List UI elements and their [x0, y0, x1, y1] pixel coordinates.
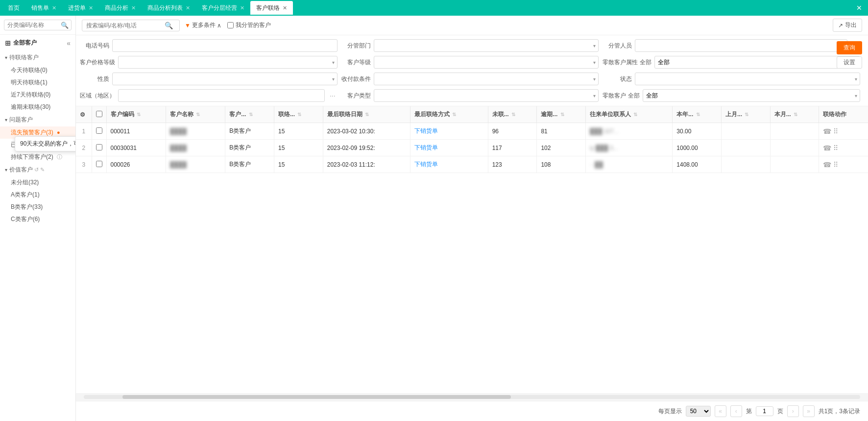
col-this-year[interactable]: 本年... ⇅: [673, 106, 722, 123]
action-icon-3-chat[interactable]: ☎: [823, 161, 831, 169]
filter-nature: 性质 ▾: [80, 73, 338, 85]
filter-dept-select[interactable]: [374, 39, 599, 52]
filter-customer-type: 客户类型 ▾: [341, 89, 599, 102]
horizontal-scrollbar[interactable]: [76, 393, 868, 401]
action-icon-2-more[interactable]: ⠿: [833, 144, 838, 152]
action-icon-1-more[interactable]: ⠿: [833, 127, 838, 135]
row-1-this-year: 30.00: [673, 123, 722, 140]
sidebar-item-class-a[interactable]: A类客户(1): [0, 189, 75, 201]
col-settings[interactable]: ⚙: [76, 106, 92, 123]
row-2-last-type[interactable]: 下销货单: [410, 140, 488, 156]
col-last-type[interactable]: 最后联络方式 ⇅: [410, 106, 488, 123]
prev-page-btn[interactable]: ‹: [730, 405, 742, 417]
sidebar-item-class-c[interactable]: C类客户(6): [0, 213, 75, 225]
sidebar-item-ungroup[interactable]: 未分组(32): [0, 176, 75, 189]
edit-icon[interactable]: ✎: [40, 167, 45, 173]
page-suffix: 页: [777, 407, 783, 416]
sort-icon-last-month: ⇅: [745, 112, 748, 117]
sidebar-item-today[interactable]: 今天待联络(0): [0, 64, 75, 76]
export-button[interactable]: ↗ 导出: [833, 19, 862, 32]
sidebar-item-declining[interactable]: 持续下滑客户(2) ⓘ: [0, 151, 75, 163]
settings-button[interactable]: 设置: [837, 56, 862, 69]
row-3-last-type[interactable]: 下销货单: [410, 156, 488, 173]
tab-close-customer-contact[interactable]: ✕: [283, 5, 287, 11]
filter-retail-attr-select[interactable]: 全部: [654, 56, 860, 69]
tab-close-analysis[interactable]: ✕: [131, 5, 136, 11]
sidebar-search-icon[interactable]: 🔍: [61, 22, 69, 29]
sidebar-item-tomorrow[interactable]: 明天待联络(1): [0, 76, 75, 89]
col-this-month[interactable]: 本月... ⇅: [770, 106, 819, 123]
filter-payment: 收付款条件 ▾: [341, 73, 599, 85]
next-page-btn[interactable]: ›: [787, 405, 799, 417]
tab-analysis[interactable]: 商品分析 ✕: [99, 1, 142, 15]
filter-retail-customer-select[interactable]: 全部: [643, 89, 860, 102]
sidebar-group-problem[interactable]: ▾ 问题客户: [0, 113, 75, 126]
toolbar-my-customers[interactable]: 我分管的客户: [227, 21, 271, 29]
filter-manager-input[interactable]: [635, 39, 847, 52]
page-input[interactable]: [756, 406, 773, 416]
row-2-checkbox[interactable]: [96, 144, 102, 150]
tab-analysis-list[interactable]: 商品分析列表 ✕: [142, 1, 196, 15]
my-customers-checkbox[interactable]: [227, 22, 234, 28]
filter-phone-input[interactable]: [112, 39, 338, 52]
col-not-contacted[interactable]: 未联... ⇅: [488, 106, 537, 123]
row-2-link[interactable]: 下销货单: [414, 144, 438, 151]
filter-price-grade-select[interactable]: [118, 56, 338, 69]
select-all-checkbox[interactable]: [96, 111, 102, 117]
row-1-link[interactable]: 下销货单: [414, 127, 438, 134]
filter-nature-select[interactable]: [112, 73, 338, 85]
tab-close-customer-layer[interactable]: ✕: [240, 5, 244, 11]
filter-region-more[interactable]: ···: [328, 92, 338, 99]
toolbar-search-icon[interactable]: 🔍: [165, 22, 173, 29]
query-button[interactable]: 查询: [837, 41, 862, 54]
action-icon-3-more[interactable]: ⠿: [833, 161, 838, 169]
sidebar-collapse-icon[interactable]: «: [67, 39, 71, 47]
filter-status-select[interactable]: [635, 73, 860, 85]
tab-purchase[interactable]: 进货单 ✕: [62, 1, 99, 15]
sidebar-all-customers[interactable]: ⊞ 全部客户 «: [0, 35, 75, 51]
filter-customer-type-select[interactable]: [374, 89, 599, 102]
sidebar-search-wrapper: 🔍: [0, 16, 75, 35]
sort-icon-last-type: ⇅: [452, 112, 456, 117]
toolbar-search-input[interactable]: [86, 22, 165, 29]
action-icon-2-chat[interactable]: ☎: [823, 144, 831, 152]
col-partner-contact[interactable]: 往来单位联系人 ⇅: [586, 106, 673, 123]
tab-close-purchase[interactable]: ✕: [89, 5, 93, 11]
filter-customer-grade-select[interactable]: [374, 56, 599, 69]
sidebar-group-pending[interactable]: ▾ 待联络客户: [0, 51, 75, 64]
sidebar-item-class-b[interactable]: B类客户(33): [0, 201, 75, 213]
filter-manager: 分管人员 ···: [603, 39, 860, 52]
row-3-link[interactable]: 下销货单: [414, 161, 438, 168]
tab-close-analysis-list[interactable]: ✕: [186, 5, 190, 11]
sidebar-item-7days[interactable]: 近7天待联络(0): [0, 89, 75, 101]
filter-payment-select[interactable]: [374, 73, 599, 85]
col-contact[interactable]: 联络... ⇅: [274, 106, 323, 123]
sidebar-item-overdue[interactable]: 逾期未联络(30): [0, 101, 75, 113]
col-last-month[interactable]: 上月... ⇅: [721, 106, 770, 123]
col-name[interactable]: 客户名称 ⇅: [166, 106, 225, 123]
action-icon-1-chat[interactable]: ☎: [823, 127, 831, 135]
row-3-checkbox[interactable]: [96, 161, 102, 167]
refresh-icon[interactable]: ↺: [34, 167, 39, 173]
filter-region-input[interactable]: [118, 89, 325, 102]
row-3-contact: 15: [274, 156, 323, 173]
window-close-button[interactable]: ✕: [856, 4, 866, 12]
customer-table: ⚙ 客户编码 ⇅ 客户名称 ⇅ 客户... ⇅ 联络... ⇅ 最后联络日期 ⇅…: [76, 106, 868, 173]
tab-customer-layer[interactable]: 客户分层经营 ✕: [196, 1, 250, 15]
per-page-select[interactable]: 50 100 200: [686, 406, 711, 417]
sidebar-item-churn-warning[interactable]: 流失预警客户(3) ● 90天未交易的客户，可能有流失风险。: [0, 126, 75, 139]
tab-close-sales[interactable]: ✕: [52, 5, 56, 11]
tab-sales[interactable]: 销售单 ✕: [25, 1, 62, 15]
row-1-checkbox[interactable]: [96, 127, 102, 134]
first-page-btn[interactable]: «: [715, 405, 726, 417]
col-overdue[interactable]: 逾期... ⇅: [537, 106, 586, 123]
col-type[interactable]: 客户... ⇅: [225, 106, 274, 123]
col-last-date[interactable]: 最后联络日期 ⇅: [323, 106, 410, 123]
row-1-last-type[interactable]: 下销货单: [410, 123, 488, 140]
last-page-btn[interactable]: »: [803, 405, 815, 417]
tab-customer-contact[interactable]: 客户联络 ✕: [250, 1, 293, 15]
toolbar-filter-button[interactable]: ▼ 更多条件 ∧: [185, 21, 221, 29]
tab-home[interactable]: 首页: [2, 1, 25, 15]
col-code[interactable]: 客户编码 ⇅: [106, 106, 166, 123]
sidebar-group-value[interactable]: ▾ 价值客户 ↺ ✎: [0, 163, 75, 176]
